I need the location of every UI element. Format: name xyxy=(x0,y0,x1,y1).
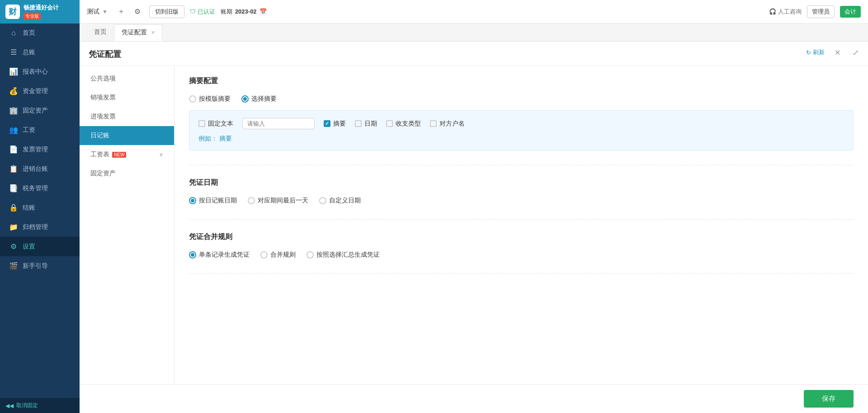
checkbox-box xyxy=(355,120,362,127)
radio-circle-checked xyxy=(189,251,196,258)
radio-single-record[interactable]: 单条记录生成凭证 xyxy=(189,251,250,259)
tab-home[interactable]: 首页 xyxy=(87,24,114,41)
closing-icon: 🔒 xyxy=(9,203,18,212)
sidebar-item-label: 归档管理 xyxy=(23,223,48,231)
radio-label: 按照选择汇总生成凭证 xyxy=(316,251,380,259)
add-button[interactable]: ＋ xyxy=(115,5,127,18)
checkbox-date[interactable]: 日期 xyxy=(355,120,377,128)
ledger-icon: ☰ xyxy=(9,48,18,56)
content-body: 公共选项 销项发票 进项发票 日记账 工资表 NEW ∨ xyxy=(80,66,868,384)
radio-circle-checked xyxy=(241,95,249,103)
left-nav-label: 日记账 xyxy=(90,131,109,139)
sidebar-item-sales-purchase[interactable]: 📋 进销台账 xyxy=(0,159,80,178)
left-nav-item-payroll[interactable]: 工资表 NEW ∨ xyxy=(80,145,174,164)
sidebar-item-guide[interactable]: 🎬 新手引导 xyxy=(0,256,80,276)
merge-radio-group: 单条记录生成凭证 合并规则 按照选择汇总生成凭证 xyxy=(189,251,854,259)
checkbox-counterparty[interactable]: 对方户名 xyxy=(430,120,465,128)
sidebar-item-closing[interactable]: 🔒 结账 xyxy=(0,198,80,217)
sidebar-item-label: 资金管理 xyxy=(23,87,48,95)
tab-active-label: 凭证配置 xyxy=(122,28,147,37)
summary-title: 摘要配置 xyxy=(189,76,854,86)
sidebar-logo: 财 畅捷通好会计 专业版 xyxy=(0,0,80,23)
content-header: 凭证配置 ↻ 刷新 ✕ ⤢ xyxy=(80,42,868,66)
period-value: 2023-02 xyxy=(235,8,257,15)
radio-template-summary[interactable]: 按模版摘要 xyxy=(189,95,231,103)
save-button[interactable]: 保存 xyxy=(804,390,854,408)
funds-icon: 💰 xyxy=(9,87,18,95)
sidebar-item-archive[interactable]: 📁 归档管理 xyxy=(0,217,80,237)
radio-label: 自定义日期 xyxy=(329,197,361,205)
checkbox-summary[interactable]: ✓ 摘要 xyxy=(324,120,346,128)
date-title: 凭证日期 xyxy=(189,178,854,188)
refresh-icon: ↻ xyxy=(806,49,811,56)
radio-select-merge[interactable]: 按照选择汇总生成凭证 xyxy=(307,251,380,259)
radio-journal-date[interactable]: 按日记账日期 xyxy=(189,197,237,205)
sales-purchase-icon: 📋 xyxy=(9,164,18,173)
sidebar-item-funds[interactable]: 💰 资金管理 xyxy=(0,81,80,101)
close-button[interactable]: ✕ xyxy=(832,47,843,58)
summary-config-box: 固定文本 ✓ 摘要 日期 xyxy=(189,110,854,150)
switch-version-button[interactable]: 切到旧版 xyxy=(149,5,184,18)
fixed-assets-icon: 🏢 xyxy=(9,106,18,115)
gear-button[interactable]: ⚙ xyxy=(131,5,144,18)
user-button[interactable]: 管理员 xyxy=(807,5,835,18)
date-radio-group: 按日记账日期 对应期间最后一天 自定义日期 xyxy=(189,197,854,205)
merge-title: 凭证合并规则 xyxy=(189,232,854,242)
radio-circle xyxy=(319,197,326,204)
radio-label: 合并规则 xyxy=(270,251,296,259)
radio-circle-checked xyxy=(189,197,196,204)
certified-badge: 🛡 已认证 xyxy=(190,8,215,16)
checkbox-label: 固定文本 xyxy=(208,120,233,128)
sidebar-item-label: 新手引导 xyxy=(23,262,48,270)
radio-select-summary[interactable]: 选择摘要 xyxy=(241,95,277,103)
sidebar-item-ledger[interactable]: ☰ 总账 xyxy=(0,42,80,62)
checkbox-label: 对方户名 xyxy=(439,120,465,128)
left-nav-item-public[interactable]: 公共选项 xyxy=(80,69,174,88)
summary-section: 摘要配置 按模版摘要 选择摘要 xyxy=(189,76,854,150)
sidebar-item-reports[interactable]: 📊 报表中心 xyxy=(0,62,80,81)
expand-button[interactable]: ⤢ xyxy=(850,47,861,58)
left-nav-item-journal[interactable]: 日记账 xyxy=(80,126,174,145)
radio-label: 按模版摘要 xyxy=(199,95,231,103)
headset-icon: 🎧 xyxy=(769,8,776,15)
accountant-button[interactable]: 会计 xyxy=(840,6,861,18)
checkbox-box-checked: ✓ xyxy=(324,120,330,127)
radio-custom-date[interactable]: 自定义日期 xyxy=(319,197,361,205)
radio-merge-rule[interactable]: 合并规则 xyxy=(260,251,296,259)
calendar-icon[interactable]: 📅 xyxy=(259,8,267,15)
tab-voucher-config[interactable]: 凭证配置 × xyxy=(114,24,162,41)
sidebar-item-invoice[interactable]: 📄 发票管理 xyxy=(0,140,80,159)
checkbox-fixed-text[interactable]: 固定文本 xyxy=(198,120,233,128)
checkbox-payment-type[interactable]: 收支类型 xyxy=(386,120,421,128)
section-divider-2 xyxy=(189,219,854,220)
tab-close-icon[interactable]: × xyxy=(151,29,155,36)
left-nav-label: 固定资产 xyxy=(90,169,116,177)
page-title: 凭证配置 xyxy=(89,49,121,60)
right-content: 摘要配置 按模版摘要 选择摘要 xyxy=(175,66,868,384)
left-nav-item-purchase[interactable]: 进项发票 xyxy=(80,107,174,126)
topbar: 测试 ▼ ＋ ⚙ 切到旧版 🛡 已认证 账期 2023-02 📅 🎧 人工咨询 … xyxy=(80,0,868,23)
sidebar-item-settings[interactable]: ⚙ 设置 xyxy=(0,237,80,256)
radio-circle xyxy=(307,251,314,258)
pin-bar[interactable]: ◀◀ 取消固定 xyxy=(0,398,80,413)
sidebar-item-fixed-assets[interactable]: 🏢 固定资产 xyxy=(0,101,80,120)
left-nav-item-sales[interactable]: 销项发票 xyxy=(80,88,174,107)
checkbox-box xyxy=(386,120,393,127)
checkbox-label: 收支类型 xyxy=(396,120,421,128)
consult-button[interactable]: 🎧 人工咨询 xyxy=(769,8,802,16)
left-nav-label: 销项发票 xyxy=(90,94,116,101)
fixed-text-input[interactable] xyxy=(242,118,315,129)
refresh-button[interactable]: ↻ 刷新 xyxy=(806,48,825,56)
radio-last-day[interactable]: 对应期间最后一天 xyxy=(248,197,308,205)
example-prefix: 例如： xyxy=(198,135,217,142)
sidebar-item-payroll[interactable]: 👥 工资 xyxy=(0,120,80,140)
chevron-right-icon: ∨ xyxy=(159,151,163,158)
sidebar-item-tax[interactable]: 📑 税务管理 xyxy=(0,178,80,198)
company-selector[interactable]: 测试 ▼ xyxy=(87,8,108,16)
example-value: 摘要 xyxy=(219,135,232,142)
content-area: 凭证配置 ↻ 刷新 ✕ ⤢ 公共选项 销项发票 进项发票 xyxy=(80,42,868,413)
sidebar-item-home[interactable]: ⌂ 首页 xyxy=(0,23,80,42)
left-nav-item-fixed-assets[interactable]: 固定资产 xyxy=(80,164,174,183)
tabs-bar: 首页 凭证配置 × xyxy=(80,23,868,42)
period-badge: 账期 2023-02 📅 xyxy=(221,8,267,16)
